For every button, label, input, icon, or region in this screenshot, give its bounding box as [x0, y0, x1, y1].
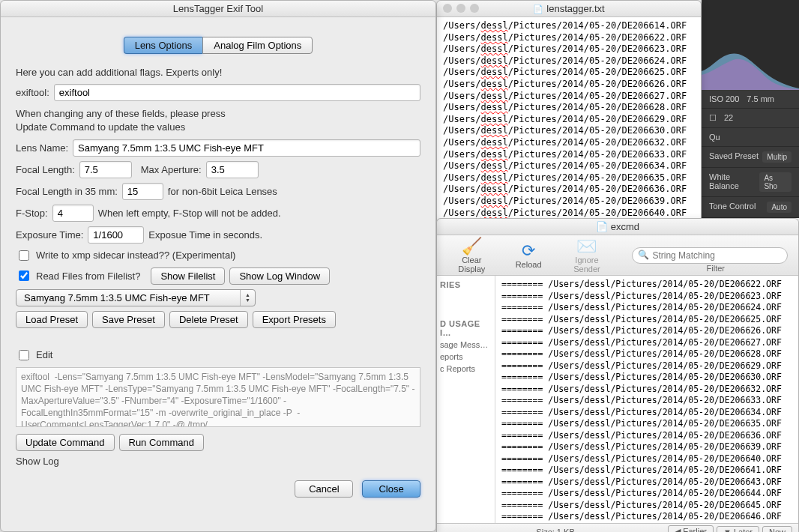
- preset-select[interactable]: Samyang 7.5mm 1:3.5 UMC Fish-eye MFT ▲▼: [16, 289, 256, 306]
- log-line: ======== /Users/dessl/Pictures/2014/05-2…: [501, 395, 792, 407]
- dialog-title: LensTagger Exif Tool: [173, 3, 263, 14]
- earlier-button[interactable]: ◀ Earlier: [668, 525, 714, 532]
- log-line: ======== /Users/dessl/Pictures/2014/05-2…: [501, 372, 792, 384]
- editor-line: /Users/dessl/Pictures/2014/05-20/DE20662…: [443, 55, 695, 67]
- tab-analog-options[interactable]: Analog Film Options: [202, 37, 313, 54]
- later-button[interactable]: ▼ Later: [717, 526, 759, 533]
- lenstagger-dialog: LensTagger Exif Tool Lens OptionsAnalog …: [0, 0, 436, 532]
- editor-line: /Users/dessl/Pictures/2014/05-20/DE20663…: [443, 172, 695, 184]
- fstop-suffix: When left empty, F-Stop will not be adde…: [98, 208, 281, 219]
- log-line: ======== /Users/dessl/Pictures/2014/05-2…: [501, 384, 792, 396]
- delete-preset-button[interactable]: Delete Preset: [169, 311, 248, 328]
- intro-text: Here you can add additional flags. Exper…: [16, 66, 420, 79]
- editor-line: /Users/dessl/Pictures/2014/05-20/DE20663…: [443, 137, 695, 149]
- console-window: 📄 excmd 🧹 Clear Display ⟳ Reload ✉️ Igno…: [436, 218, 799, 532]
- update-command-button[interactable]: Update Command: [16, 434, 115, 451]
- text-editor-window: lenstagger.txt /Users/dessl/Pictures/201…: [436, 0, 702, 224]
- sidebar-item[interactable]: c Reports: [437, 363, 495, 375]
- lens-name-input[interactable]: [73, 139, 420, 157]
- exposure-input[interactable]: [88, 226, 144, 244]
- saved-preset-row[interactable]: Saved PresetMultip: [702, 147, 799, 168]
- sidebar-item[interactable]: sage Mess…: [437, 339, 495, 351]
- reload-icon: ⟳: [516, 242, 542, 260]
- reload-button[interactable]: ⟳ Reload: [516, 242, 542, 269]
- log-line: ======== /Users/dessl/Pictures/2014/05-2…: [501, 360, 792, 372]
- editor-line: /Users/dessl/Pictures/2014/05-20/DE20662…: [443, 32, 695, 44]
- exiftool-input[interactable]: [54, 84, 420, 101]
- console-body: RIES D USAGE I… sage Mess…eportsc Report…: [437, 276, 798, 523]
- tone-row[interactable]: Tone ControlAuto: [702, 197, 799, 218]
- wb-row[interactable]: White BalanceAs Sho: [702, 168, 799, 197]
- fstop-input[interactable]: [52, 205, 94, 222]
- text-editor-content[interactable]: /Users/dessl/Pictures/2014/05-20/DE20661…: [437, 17, 701, 223]
- log-line: ======== /Users/dessl/Pictures/2014/05-2…: [501, 430, 792, 442]
- text-editor-titlebar[interactable]: lenstagger.txt: [437, 1, 701, 17]
- focal-length-label: Focal Length:: [16, 164, 75, 175]
- dialog-footer: Cancel Close: [1, 480, 435, 510]
- show-filelist-button[interactable]: Show Filelist: [151, 267, 225, 285]
- log-line: ======== /Users/dessl/Pictures/2014/05-2…: [501, 337, 792, 349]
- log-line: ======== /Users/dessl/Pictures/2014/05-2…: [501, 441, 792, 453]
- close-button[interactable]: Close: [362, 480, 420, 498]
- show-logwindow-button[interactable]: Show Log Window: [229, 267, 330, 285]
- change-note: When changing any of these fields, pleas…: [16, 107, 420, 134]
- editor-line: /Users/dessl/Pictures/2014/05-20/DE20662…: [443, 114, 695, 126]
- focal35-suffix: for non-6bit Leica Lenses: [168, 186, 277, 197]
- console-titlebar[interactable]: 📄 excmd: [437, 219, 798, 235]
- editor-line: /Users/dessl/Pictures/2014/05-20/DE20662…: [443, 91, 695, 103]
- max-aperture-input[interactable]: [206, 161, 259, 178]
- clear-icon: 🧹: [447, 238, 496, 256]
- focal35-input[interactable]: [122, 183, 163, 200]
- size-label: Size: 1 KB: [536, 528, 574, 533]
- editor-line: /Users/dessl/Pictures/2014/05-20/DE20663…: [443, 160, 695, 172]
- command-textarea[interactable]: exiftool -Lens="Samyang 7.5mm 1:3.5 UMC …: [16, 367, 420, 427]
- editor-line: /Users/dessl/Pictures/2014/05-20/DE20661…: [443, 20, 695, 32]
- search-field[interactable]: 🔍: [632, 247, 788, 264]
- log-line: ======== /Users/dessl/Pictures/2014/05-2…: [501, 291, 792, 303]
- window-controls[interactable]: [443, 4, 479, 13]
- log-line: ======== /Users/dessl/Pictures/2014/05-2…: [501, 477, 792, 489]
- search-icon: 🔍: [638, 250, 649, 260]
- read-filelist-checkbox[interactable]: [19, 270, 29, 281]
- max-aperture-label: Max Aperture:: [141, 164, 202, 175]
- editor-line: /Users/dessl/Pictures/2014/05-20/DE20662…: [443, 102, 695, 114]
- load-preset-button[interactable]: Load Preset: [16, 311, 88, 328]
- search-input[interactable]: [632, 247, 788, 264]
- sidebar-heading: D USAGE I…: [437, 315, 495, 339]
- tab-bar: Lens OptionsAnalog Film Options: [16, 37, 420, 54]
- edit-label: Edit: [36, 349, 52, 360]
- editor-line: /Users/dessl/Pictures/2014/05-20/DE20662…: [443, 67, 695, 79]
- sidebar-item[interactable]: eports: [437, 351, 495, 363]
- clear-display-button[interactable]: 🧹 Clear Display: [447, 238, 496, 273]
- save-preset-button[interactable]: Save Preset: [92, 311, 165, 328]
- fstop-label: F-Stop:: [16, 208, 48, 219]
- dialog-titlebar[interactable]: LensTagger Exif Tool: [1, 1, 435, 17]
- log-line: ======== /Users/dessl/Pictures/2014/05-2…: [501, 453, 792, 465]
- exposure-suffix: Exposue Time in seconds.: [148, 229, 262, 241]
- run-command-button[interactable]: Run Command: [119, 434, 204, 451]
- now-button[interactable]: Now: [762, 526, 792, 533]
- console-sidebar[interactable]: RIES D USAGE I… sage Mess…eportsc Report…: [437, 276, 495, 523]
- lens-name-label: Lens Name:: [16, 142, 68, 154]
- log-output[interactable]: ======== /Users/dessl/Pictures/2014/05-2…: [495, 276, 798, 523]
- log-line: ======== /Users/dessl/Pictures/2014/05-2…: [501, 511, 792, 523]
- cancel-button[interactable]: Cancel: [295, 480, 353, 498]
- write-xmp-checkbox[interactable]: [19, 250, 29, 261]
- editor-line: /Users/dessl/Pictures/2014/05-20/DE20663…: [443, 184, 695, 196]
- log-line: ======== /Users/dessl/Pictures/2014/05-2…: [501, 279, 792, 291]
- exiftool-label: exiftool:: [16, 87, 49, 98]
- export-presets-button[interactable]: Export Presets: [253, 311, 336, 328]
- console-title: excmd: [611, 221, 639, 232]
- log-line: ======== /Users/dessl/Pictures/2014/05-2…: [501, 500, 792, 512]
- ignore-sender-button[interactable]: ✉️ Ignore Sender: [561, 238, 613, 273]
- editor-line: /Users/dessl/Pictures/2014/05-20/DE20662…: [443, 43, 695, 55]
- histogram-info: ISO 200 7.5 mm: [702, 90, 799, 109]
- edit-checkbox[interactable]: [19, 350, 29, 360]
- focal-length-input[interactable]: [79, 161, 132, 178]
- console-toolbar: 🧹 Clear Display ⟳ Reload ✉️ Ignore Sende…: [437, 235, 798, 276]
- envelope-icon: ✉️: [561, 238, 613, 256]
- show-log-link[interactable]: Show Log: [16, 456, 420, 467]
- tab-lens-options[interactable]: Lens Options: [124, 37, 203, 54]
- read-filelist-label: Read Files from Filelist?: [36, 270, 140, 282]
- sidebar-heading: RIES: [437, 276, 495, 291]
